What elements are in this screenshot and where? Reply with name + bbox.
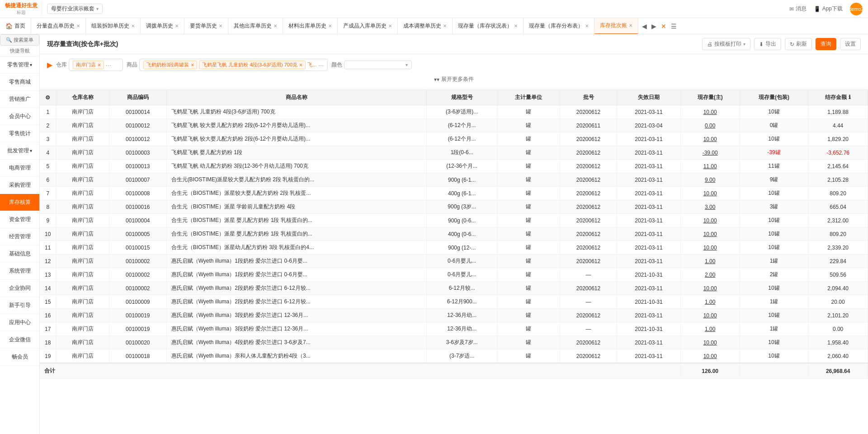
- quick-nav-btn[interactable]: 快捷导航: [0, 46, 39, 57]
- cell-qty[interactable]: 11.00: [680, 160, 740, 173]
- nav-close-btn[interactable]: ✕: [659, 22, 668, 31]
- sidebar-search-btn[interactable]: 🔍 搜索菜单: [0, 34, 39, 46]
- sidebar-item-enterprise[interactable]: 企业协同: [0, 280, 39, 297]
- sidebar-item-marketing[interactable]: 营销推广: [0, 91, 39, 108]
- print-btn[interactable]: 🖨 按模板打印 ▾: [702, 38, 750, 50]
- sidebar-item-retailShop[interactable]: 零售商城: [0, 74, 39, 91]
- org-selector[interactable]: 母婴行业演示账套 ▾: [47, 4, 103, 14]
- app-download-btn[interactable]: 📱 App下载: [814, 5, 843, 13]
- user-avatar[interactable]: demo2: [850, 3, 863, 15]
- cell-code: 00100016: [109, 200, 166, 214]
- color-input[interactable]: ▾: [344, 61, 412, 69]
- home-icon: 🏠: [5, 23, 13, 29]
- sidebar-item-basics[interactable]: 基础信息: [0, 245, 39, 263]
- sidebar-item-purchase[interactable]: 采购管理: [0, 177, 39, 194]
- cell-spec: (6-12个月...: [426, 132, 497, 146]
- cell-seq: 13: [40, 268, 56, 282]
- cell-qty[interactable]: 1.00: [680, 255, 740, 268]
- cell-qty[interactable]: 3.00: [680, 200, 740, 214]
- sidebar-item-apps[interactable]: 应用中心: [0, 314, 39, 331]
- export-btn[interactable]: ⬇ 导出: [754, 38, 781, 50]
- sidebar-item-system[interactable]: 系统管理: [0, 263, 39, 280]
- warehouse-tag-remove[interactable]: ×: [98, 62, 101, 68]
- cell-qty-pack: -39罐: [740, 146, 808, 160]
- expand-arrow[interactable]: ▶: [47, 61, 52, 69]
- sidebar-item-retail[interactable]: 零售管理▾: [0, 57, 39, 74]
- nav-tab-pizhang[interactable]: 库存批次账✕: [594, 18, 638, 34]
- cell-batch: —: [560, 295, 617, 309]
- table-header-row: ⚙ 仓库名称 商品编码 商品名称 规格型号 主计量单位 批号 失效日期 现存量(…: [40, 90, 868, 105]
- product-tag-2-remove[interactable]: ×: [299, 62, 302, 68]
- cell-qty[interactable]: 0.00: [680, 119, 740, 132]
- nav-tab-xianzai1[interactable]: 现存量（库存状况表）✕: [453, 18, 524, 34]
- cell-qty[interactable]: 10.00: [680, 309, 740, 322]
- query-btn[interactable]: 查询: [816, 38, 836, 50]
- sidebar-item-member[interactable]: 会员中心: [0, 108, 39, 125]
- refresh-btn[interactable]: ↻ 刷新: [785, 38, 812, 50]
- sidebar-item-wholesale[interactable]: 批发管理▾: [0, 142, 39, 160]
- col-settings[interactable]: ⚙: [40, 90, 56, 105]
- nav-tab-cailiao[interactable]: 材料出库单历史✕: [283, 18, 338, 34]
- tab-close-icon[interactable]: ✕: [219, 24, 222, 28]
- nav-tab-fenpan[interactable]: 分量盘点单历史✕: [31, 18, 86, 34]
- nav-tab-xianzai2[interactable]: 现存量（库存分布表）✕: [524, 18, 594, 34]
- nav-tab-home[interactable]: 🏠首页: [0, 18, 31, 34]
- expand-conditions-btn[interactable]: ▾▾ 展开更多条件: [430, 74, 477, 85]
- cell-warehouse: 南岸门店: [56, 146, 109, 160]
- sidebar-item-corpwx[interactable]: 企业微信: [0, 331, 39, 349]
- message-btn[interactable]: ✉ 消息: [789, 5, 807, 13]
- sidebar-item-finance[interactable]: 资金管理: [0, 211, 39, 228]
- cell-qty[interactable]: 10.00: [680, 349, 740, 363]
- nav-tab-chanpin[interactable]: 产成品入库单历史✕: [338, 18, 398, 34]
- cell-qty[interactable]: 2.00: [680, 268, 740, 282]
- warehouse-input[interactable]: 南岸门店 × ···: [69, 59, 123, 71]
- product-input[interactable]: 飞鹤奶粉3段两罐装 × 飞鹤星飞帆 儿童奶粉 4段(3-6岁适用) 700克 ×…: [139, 59, 328, 71]
- sidebar-item-stats[interactable]: 零售统计: [0, 125, 39, 142]
- cell-qty[interactable]: -39.00: [680, 146, 740, 160]
- tab-close-icon[interactable]: ✕: [443, 24, 447, 28]
- nav-next-btn[interactable]: ▶: [650, 22, 658, 31]
- cell-qty[interactable]: 10.00: [680, 241, 740, 255]
- cell-batch: 20200612: [560, 173, 617, 187]
- sidebar-item-inventory[interactable]: 库存核算: [0, 194, 39, 211]
- cell-amount: 0.00: [808, 322, 868, 336]
- filter-dots-2[interactable]: ···: [318, 61, 324, 69]
- nav-menu-btn[interactable]: ☰: [669, 22, 679, 31]
- cell-qty[interactable]: 10.00: [680, 282, 740, 295]
- cell-batch: —: [560, 268, 617, 282]
- sidebar-item-fans[interactable]: 畅会员: [0, 349, 39, 366]
- tab-close-icon[interactable]: ✕: [131, 24, 135, 28]
- nav-tab-tiaopo[interactable]: 调拨单历史✕: [141, 18, 184, 34]
- tab-close-icon[interactable]: ✕: [328, 24, 332, 28]
- cell-qty[interactable]: 10.00: [680, 227, 740, 241]
- tab-close-icon[interactable]: ✕: [585, 24, 589, 28]
- nav-tab-chengben[interactable]: 成本调整单历史✕: [398, 18, 453, 34]
- cell-qty[interactable]: 10.00: [680, 336, 740, 349]
- cell-spec: 400g (6-1...: [426, 187, 497, 200]
- filter-dots[interactable]: ···: [106, 61, 111, 69]
- cell-qty[interactable]: 10.00: [680, 132, 740, 146]
- tab-close-icon[interactable]: ✕: [274, 24, 277, 28]
- tab-close-icon[interactable]: ✕: [388, 24, 392, 28]
- nav-tab-other[interactable]: 其他出库单历史✕: [228, 18, 283, 34]
- cell-qty[interactable]: 10.00: [680, 187, 740, 200]
- sidebar-item-guide[interactable]: 新手引导: [0, 297, 39, 314]
- sidebar-item-ecommerce[interactable]: 电商管理: [0, 160, 39, 177]
- product-tag-1-remove[interactable]: ×: [191, 62, 194, 68]
- cell-qty[interactable]: 10.00: [680, 105, 740, 119]
- nav-tab-zuche[interactable]: 组装拆卸单历史✕: [86, 18, 141, 34]
- tab-close-icon[interactable]: ✕: [514, 24, 518, 28]
- cell-qty[interactable]: 9.00: [680, 173, 740, 187]
- nav-tab-yaohuo[interactable]: 要货单历史✕: [184, 18, 228, 34]
- nav-prev-btn[interactable]: ◀: [640, 22, 649, 31]
- sidebar-item-operations[interactable]: 经营管理: [0, 228, 39, 245]
- tab-close-icon[interactable]: ✕: [175, 24, 179, 28]
- cell-expiry: 2021-03-11: [617, 336, 680, 349]
- tab-close-icon[interactable]: ✕: [629, 23, 632, 28]
- cell-batch: 20200612: [560, 146, 617, 160]
- cell-qty[interactable]: 1.00: [680, 295, 740, 309]
- cell-qty[interactable]: 10.00: [680, 214, 740, 227]
- cell-qty[interactable]: 1.00: [680, 322, 740, 336]
- settings-btn[interactable]: 设置: [840, 38, 861, 50]
- tab-close-icon[interactable]: ✕: [76, 24, 80, 28]
